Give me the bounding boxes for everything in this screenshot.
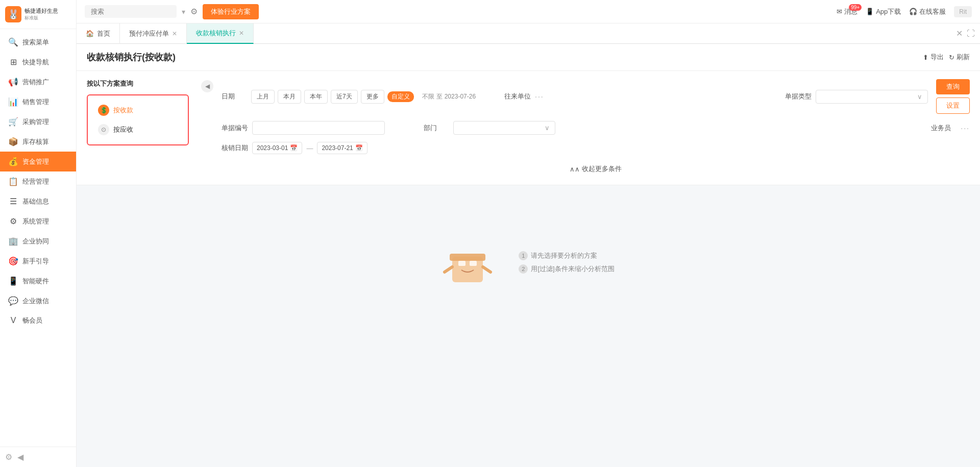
tab-expand-icon[interactable]: ⛶ (967, 29, 975, 38)
sidebar-bottom: ⚙ ◀ (0, 447, 76, 467)
tabbar-actions: ✕ ⛶ (956, 29, 980, 38)
sidebar-item-basic[interactable]: ☰ 基础信息 (0, 191, 76, 211)
inventory-icon: 📦 (8, 137, 18, 146)
svg-rect-3 (470, 261, 477, 266)
receipt-icon: 💲 (98, 105, 109, 116)
topbar-search-input[interactable] (85, 5, 177, 18)
sidebar-item-hardware[interactable]: 📱 智能硬件 (0, 271, 76, 291)
export-btn[interactable]: ⬆ 导出 (923, 53, 944, 62)
sidebar-item-inventory[interactable]: 📦 库存核算 (0, 132, 76, 152)
page-header: 收款核销执行(按收款) ⬆ 导出 ↻ 刷新 (77, 44, 980, 71)
page-header-actions: ⬆ 导出 ↻ 刷新 (923, 53, 970, 62)
svg-rect-2 (458, 261, 465, 266)
filter-date-group: 上月 本月 本年 近7天 更多 自定义 (251, 90, 414, 104)
settings-bottom-icon[interactable]: ⚙ (5, 452, 12, 462)
sidebar-item-enterprise[interactable]: 🏢 企业协同 (0, 231, 76, 251)
filter-row-1: 日期 上月 本月 本年 近7天 更多 自定义 不限 至 2023 (222, 79, 970, 114)
filter-partner-cell: 往来单位 ··· (504, 92, 544, 101)
writeoff-date-range: 2023-03-01 📅 — 2023-07-21 📅 (252, 142, 368, 154)
sidebar-item-system[interactable]: ⚙ 系统管理 (0, 211, 76, 231)
staff-input[interactable]: ··· (961, 124, 970, 132)
doctype-label: 单据类型 (785, 92, 812, 101)
filter-dept-cell: 部门 ∨ (424, 121, 555, 135)
sidebar-item-member[interactable]: V 畅会员 (0, 311, 76, 330)
page-content: 收款核销执行(按收款) ⬆ 导出 ↻ 刷新 按以下方案查询 💲 (77, 44, 980, 467)
sidebar-item-guide[interactable]: 🎯 新手引导 (0, 251, 76, 271)
topbar: ▾ ⚙ 体验行业方案 ✉ 消息 99+ 📱 App下载 🎧 在线客服 Rit (77, 0, 980, 23)
marketing-icon: 📢 (8, 77, 18, 87)
filter-row-3: 核销日期 2023-03-01 📅 — 2023-07-21 📅 (222, 142, 970, 154)
setting-btn[interactable]: 设置 (936, 97, 970, 114)
filter-by-receivable[interactable]: ⊙ 按应收 (93, 120, 183, 139)
date-btn-7days[interactable]: 近7天 (331, 90, 358, 104)
sidebar-item-finance[interactable]: 💰 资金管理 (0, 152, 76, 171)
sidebar-item-purchase[interactable]: 🛒 采购管理 (0, 112, 76, 132)
writeoff-date-to-input[interactable]: 2023-07-21 📅 (317, 142, 367, 154)
filter-left-panel: 按以下方案查询 💲 按收款 ⊙ 按应收 (87, 79, 189, 177)
date-btn-last-month[interactable]: 上月 (251, 90, 275, 104)
tip-num-2: 2 (519, 264, 528, 274)
tab-prepay[interactable]: 预付冲应付单 ✕ (120, 23, 187, 44)
sidebar-item-quick-nav[interactable]: ⊞ 快捷导航 (0, 52, 76, 72)
empty-state: 1 请先选择要分析的方案 2 用[过滤]条件来缩小分析范围 (432, 201, 624, 328)
collapse-more-btn[interactable]: ∧∧ 收起更多条件 (222, 161, 970, 177)
service-icon: 🎧 (909, 8, 917, 15)
user-info[interactable]: Rit (954, 6, 972, 17)
filter-right-panel: 日期 上月 本月 本年 近7天 更多 自定义 不限 至 2023 (222, 79, 970, 177)
docno-label: 单据编号 (222, 124, 248, 133)
app-edition: 标准版 (24, 15, 58, 21)
query-btn[interactable]: 查询 (936, 79, 970, 94)
filter-section-title: 按以下方案查询 (87, 79, 189, 88)
filter-area: 按以下方案查询 💲 按收款 ⊙ 按应收 ◀ (77, 71, 980, 185)
empty-state-container: 1 请先选择要分析的方案 2 用[过滤]条件来缩小分析范围 (77, 201, 980, 328)
docno-input[interactable] (252, 121, 385, 135)
wechat-icon: 💬 (8, 296, 18, 306)
filter-date-cell: 日期 上月 本月 本年 近7天 更多 自定义 (222, 90, 414, 104)
collapse-filter-btn[interactable]: ◀ (201, 80, 213, 92)
tab-home[interactable]: 🏠 首页 (77, 23, 120, 44)
app-download-btn[interactable]: 📱 App下载 (866, 7, 901, 16)
collapse-chevron-icon: ∧∧ (570, 165, 580, 173)
date-range-separator: — (306, 144, 313, 152)
tab-receipt-writeoff[interactable]: 收款核销执行 ✕ (187, 23, 254, 44)
tip-num-1: 1 (519, 251, 528, 260)
refresh-icon: ↻ (949, 54, 954, 61)
sidebar-item-wechat[interactable]: 💬 企业微信 (0, 291, 76, 311)
svg-line-4 (445, 267, 452, 272)
filter-by-receipt[interactable]: 💲 按收款 (93, 101, 183, 120)
sidebar: 🐰 畅捷通好生意 标准版 🔍 搜索菜单 ⊞ 快捷导航 📢 营销推广 📊 销售管理… (0, 0, 77, 467)
doctype-select[interactable]: ∨ (816, 90, 928, 104)
empty-tip-1: 1 请先选择要分析的方案 (519, 251, 614, 260)
sidebar-item-search[interactable]: 🔍 搜索菜单 (0, 32, 76, 52)
sidebar-item-sales[interactable]: 📊 销售管理 (0, 92, 76, 112)
date-btn-this-month[interactable]: 本月 (278, 90, 301, 104)
refresh-btn[interactable]: ↻ 刷新 (949, 53, 970, 62)
search-icon: 🔍 (8, 37, 18, 47)
message-btn[interactable]: ✉ 消息 99+ (837, 7, 857, 16)
collapse-sidebar-icon[interactable]: ◀ (17, 452, 23, 462)
partner-input[interactable]: ··· (535, 92, 544, 101)
filter-date-label: 日期 (222, 92, 247, 101)
receivable-icon: ⊙ (98, 124, 109, 135)
tab-close-receipt-writeoff[interactable]: ✕ (239, 30, 244, 37)
dept-select[interactable]: ∨ (453, 121, 555, 135)
app-name: 畅捷通好生意 (24, 7, 58, 14)
online-service-btn[interactable]: 🎧 在线客服 (909, 7, 946, 16)
filter-scheme-box: 💲 按收款 ⊙ 按应收 (87, 94, 189, 145)
filter-docno-cell: 单据编号 (222, 121, 385, 135)
tab-close-all-icon[interactable]: ✕ (956, 29, 963, 38)
writeoff-date-from-input[interactable]: 2023-03-01 📅 (252, 142, 302, 154)
date-btn-this-year[interactable]: 本年 (304, 90, 328, 104)
sidebar-item-marketing[interactable]: 📢 营销推广 (0, 72, 76, 92)
industry-btn[interactable]: 体验行业方案 (203, 4, 259, 19)
app-logo: 🐰 畅捷通好生意 标准版 (0, 0, 76, 29)
sidebar-item-operations[interactable]: 📋 经营管理 (0, 171, 76, 191)
topbar-right: ✉ 消息 99+ 📱 App下载 🎧 在线客服 Rit (837, 6, 972, 17)
sidebar-nav: 🔍 搜索菜单 ⊞ 快捷导航 📢 营销推广 📊 销售管理 🛒 采购管理 📦 库存核… (0, 29, 76, 447)
tab-close-prepay[interactable]: ✕ (172, 30, 177, 37)
filter-doctype-cell: 单据类型 ∨ (785, 90, 928, 104)
partner-label: 往来单位 (504, 92, 531, 101)
empty-illustration (442, 241, 493, 287)
date-btn-more[interactable]: 更多 (361, 90, 384, 104)
topbar-gear-icon[interactable]: ⚙ (190, 7, 198, 16)
